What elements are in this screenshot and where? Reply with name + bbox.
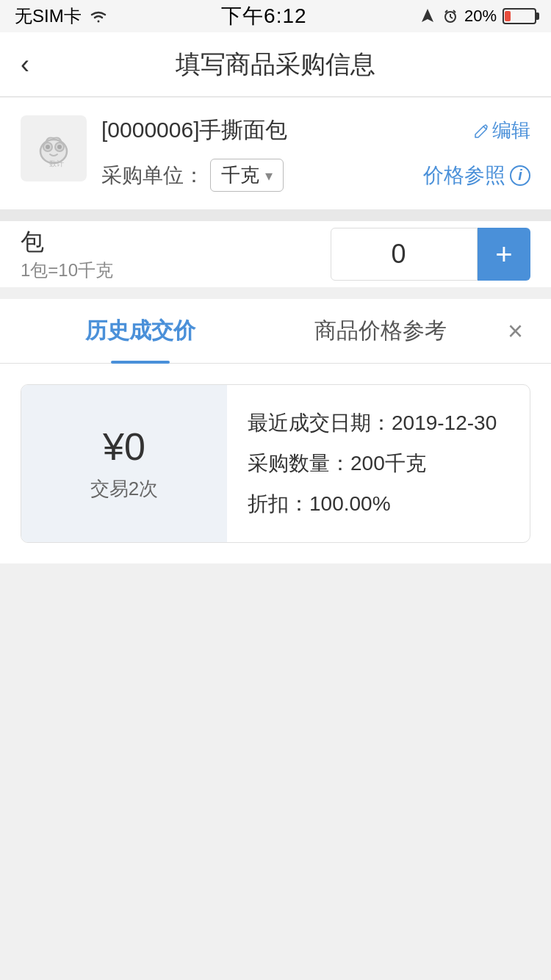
history-price-value: ¥0 <box>103 425 145 469</box>
carrier-text: 无SIM卡 <box>15 4 82 28</box>
back-button[interactable]: ‹ <box>21 49 29 80</box>
history-discount-row: 折扣：100.00% <box>248 489 509 518</box>
unit-label: 采购单位： <box>101 162 204 190</box>
alarm-icon <box>442 8 458 24</box>
history-card: ¥0 交易2次 最近成交日期：2019-12-30 采购数量：200千克 折扣：… <box>21 384 530 543</box>
product-logo-icon: 数计 <box>32 126 76 170</box>
tab-content-history: ¥0 交易2次 最近成交日期：2019-12-30 采购数量：200千克 折扣：… <box>0 364 551 563</box>
product-thumbnail: 数计 <box>21 115 87 181</box>
page-title: 填写商品采购信息 <box>176 48 375 82</box>
tab-active-indicator <box>111 361 170 364</box>
info-icon: i <box>510 165 530 186</box>
qty-input[interactable] <box>331 228 478 281</box>
history-trade-count: 交易2次 <box>90 476 158 502</box>
unit-select[interactable]: 千克 ▾ <box>210 159 284 192</box>
status-carrier: 无SIM卡 <box>15 4 109 28</box>
edit-icon <box>473 123 489 139</box>
edit-button[interactable]: 编辑 <box>473 118 530 143</box>
product-info: [0000006]手撕面包 编辑 采购单位： 千克 ▾ <box>101 115 530 192</box>
unit-value: 千克 <box>221 162 259 188</box>
svg-point-9 <box>57 145 62 149</box>
page-header: ‹ 填写商品采购信息 <box>0 32 551 97</box>
battery-percent: 20% <box>464 7 497 26</box>
svg-text:数计: 数计 <box>49 159 64 167</box>
status-bar: 无SIM卡 下午6:12 20% <box>0 0 551 32</box>
quantity-row: 包 1包=10千克 + <box>0 221 551 287</box>
date-label: 最近成交日期： <box>248 411 392 434</box>
tabs-close-button[interactable]: × <box>500 316 530 347</box>
main-background <box>0 563 551 980</box>
price-reference-button[interactable]: 价格参照 i <box>423 162 530 190</box>
svg-point-8 <box>46 145 50 149</box>
chevron-down-icon: ▾ <box>265 167 273 184</box>
location-icon <box>419 7 436 25</box>
qty-control: + <box>331 228 530 281</box>
tabs-header: 历史成交价 商品价格参考 × <box>0 299 551 364</box>
tabs-container: 历史成交价 商品价格参考 × ¥0 交易2次 最近成交日期：2019-12-30… <box>0 299 551 563</box>
wifi-icon <box>87 8 109 24</box>
qty-plus-button[interactable]: + <box>478 228 530 281</box>
date-value: 2019-12-30 <box>392 411 497 434</box>
product-card: 数计 [0000006]手撕面包 编辑 采购单位： 千克 <box>0 98 551 209</box>
history-price-panel: ¥0 交易2次 <box>21 385 227 542</box>
svg-line-2 <box>450 17 453 18</box>
product-name: [0000006]手撕面包 <box>101 115 287 145</box>
history-qty-row: 采购数量：200千克 <box>248 449 509 478</box>
status-time: 下午6:12 <box>221 2 307 30</box>
tab-price-reference[interactable]: 商品价格参考 <box>260 299 500 364</box>
qty-label: 采购数量： <box>248 452 350 475</box>
qty-convert-label: 1包=10千克 <box>21 259 113 282</box>
battery-icon <box>503 8 536 24</box>
tab-history-label: 历史成交价 <box>85 316 195 346</box>
history-detail-panel: 最近成交日期：2019-12-30 采购数量：200千克 折扣：100.00% <box>227 385 530 542</box>
status-right: 20% <box>419 7 536 26</box>
history-date-row: 最近成交日期：2019-12-30 <box>248 408 509 437</box>
section-separator <box>0 209 551 221</box>
qty-unit-label: 包 <box>21 226 113 259</box>
tab-price-ref-label: 商品价格参考 <box>314 316 447 346</box>
qty-value: 200千克 <box>350 452 426 475</box>
discount-label: 折扣： <box>248 492 309 515</box>
price-ref-label: 价格参照 <box>423 162 505 190</box>
discount-value: 100.00% <box>309 492 391 515</box>
qty-label-group: 包 1包=10千克 <box>21 226 113 282</box>
edit-label: 编辑 <box>492 118 530 143</box>
tab-history-price[interactable]: 历史成交价 <box>21 299 260 364</box>
